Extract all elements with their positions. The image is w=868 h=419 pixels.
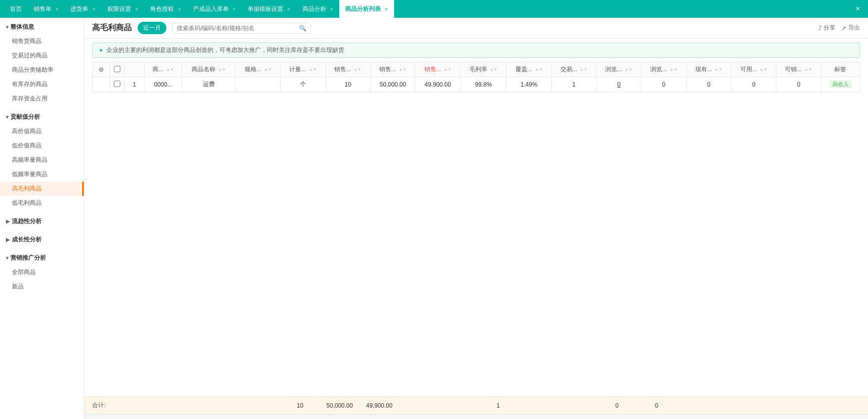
footer-placeholder2: [439, 402, 478, 409]
sidebar-item-low-freq[interactable]: 低频率量商品: [0, 167, 84, 182]
row-browse1-cell: 0: [597, 77, 642, 92]
footer-available: 0: [637, 402, 676, 409]
sort-sales-qty[interactable]: ▲▼: [354, 67, 361, 72]
growth-arrow-icon: ▶: [6, 237, 10, 242]
close-goods-list-tab[interactable]: ×: [385, 6, 388, 12]
col-sales-amount[interactable]: 销售... ▲▼: [370, 62, 415, 77]
row-num-cell: 1: [125, 77, 145, 92]
sidebar-item-high-value[interactable]: 高价值商品: [0, 124, 84, 139]
search-input[interactable]: [177, 25, 296, 32]
nav-tab-product-in[interactable]: 产成品入库单 ×: [187, 0, 242, 18]
row-coverage-cell: 1.49%: [507, 77, 552, 92]
col-settings[interactable]: ⚙: [93, 62, 110, 77]
sidebar-item-traded-goods[interactable]: 交易过的商品: [0, 48, 84, 63]
settings-gear-icon[interactable]: ⚙: [99, 66, 104, 73]
sidebar-item-new-goods[interactable]: 新品: [0, 279, 84, 294]
close-purchase-tab[interactable]: ×: [92, 6, 95, 12]
nav-tab-home[interactable]: 首页: [4, 0, 28, 18]
col-trade[interactable]: 交易... ▲▼: [552, 62, 597, 77]
sort-sales-amount[interactable]: ▲▼: [399, 67, 407, 72]
nav-tab-purchase[interactable]: 进货单 ×: [64, 0, 101, 18]
sort-coverage[interactable]: ▲▼: [535, 67, 543, 72]
close-goods-analysis-tab[interactable]: ×: [330, 6, 333, 12]
sidebar-item-high-margin[interactable]: 高毛利商品: [0, 182, 84, 196]
row-sales-cost-cell: 49,900.00: [415, 77, 460, 92]
sort-gross-rate[interactable]: ▲▼: [490, 67, 498, 72]
nav-tab-goods-analysis[interactable]: 商品分析 ×: [297, 0, 339, 18]
footer-sales-qty: 10: [280, 402, 320, 409]
close-sales-tab[interactable]: ×: [55, 6, 58, 12]
col-rownum: [125, 62, 145, 77]
sort-available[interactable]: ▲▼: [760, 67, 767, 72]
nav-tab-template[interactable]: 单据模板设置 ×: [242, 0, 296, 18]
sort-browse2[interactable]: ▲▼: [669, 67, 677, 72]
col-checkbox[interactable]: [110, 62, 125, 77]
row-checkbox-cell[interactable]: [110, 77, 125, 92]
sidebar-group-wealth: ▾ 贡献值分析 高价值商品 低价值商品 高频率量商品 低频率量商品 高毛利商品 …: [0, 108, 84, 212]
sidebar-item-low-margin[interactable]: 低毛利商品: [0, 196, 84, 210]
export-button[interactable]: ↗ 导出: [841, 24, 860, 32]
nav-tab-role[interactable]: 角色授权 ×: [144, 0, 187, 18]
export-icon: ↗: [841, 25, 846, 32]
close-all-tabs-button[interactable]: ×: [852, 4, 864, 13]
share-button[interactable]: ⤴ 分享: [818, 24, 835, 32]
close-product-in-tab[interactable]: ×: [233, 6, 236, 12]
horizontal-scrollbar[interactable]: [84, 414, 868, 419]
col-item-code[interactable]: 商... ▲▼: [145, 62, 182, 77]
marketing-arrow-icon: ▾: [6, 255, 8, 261]
row-checkbox[interactable]: [114, 81, 120, 87]
close-role-tab[interactable]: ×: [178, 6, 181, 12]
sort-item-code[interactable]: ▲▼: [166, 67, 174, 72]
col-browse2[interactable]: 浏览... ▲▼: [641, 62, 686, 77]
col-coverage[interactable]: 覆盖... ▲▼: [507, 62, 552, 77]
sidebar-item-all-goods[interactable]: 全部商品: [0, 265, 84, 279]
row-settings-cell: [93, 77, 110, 92]
sort-trade[interactable]: ▲▼: [580, 67, 588, 72]
select-all-checkbox[interactable]: [114, 66, 120, 72]
sidebar-group-overall: ▾ 整体信息 销售货商品 交易过的商品 商品分类辅助率 有库存的商品 库存资金占…: [0, 18, 84, 108]
sidebar-item-inventory-goods[interactable]: 有库存的商品: [0, 77, 84, 92]
nav-tab-permission[interactable]: 权限设置 ×: [102, 0, 144, 18]
col-tag[interactable]: 标签: [821, 62, 860, 77]
header-actions: ⤴ 分享 ↗ 导出: [818, 24, 860, 32]
sidebar-item-high-freq[interactable]: 高频率量商品: [0, 153, 84, 167]
close-permission-tab[interactable]: ×: [135, 6, 138, 12]
col-browse1[interactable]: 浏览... ▲▼: [597, 62, 642, 77]
sidebar-item-low-value[interactable]: 低价值商品: [0, 139, 84, 153]
nav-tab-goods-analysis-list[interactable]: 商品分析列表 ×: [339, 0, 394, 18]
sort-sales-cost[interactable]: ▲▼: [444, 67, 452, 72]
sort-item-name[interactable]: ▲▼: [218, 67, 226, 72]
col-available[interactable]: 可用... ▲▼: [731, 62, 776, 77]
sort-current[interactable]: ▲▼: [715, 67, 722, 72]
tag-badge: 高收入: [829, 80, 852, 88]
col-current[interactable]: 现有... ▲▼: [686, 62, 731, 77]
sidebar-item-sales-goods[interactable]: 销售货商品: [0, 34, 84, 48]
col-item-name[interactable]: 商品名称 ▲▼: [182, 62, 235, 77]
sort-browse1[interactable]: ▲▼: [625, 67, 633, 72]
col-unit[interactable]: 计量... ▲▼: [281, 62, 326, 77]
col-spec[interactable]: 规格... ▲▼: [236, 62, 281, 77]
col-gross-rate[interactable]: 毛利率 ▲▼: [460, 62, 507, 77]
sidebar-collapse-button[interactable]: «: [84, 209, 84, 229]
row-spec-cell: [236, 77, 281, 92]
filter-last-month-button[interactable]: 近一月: [138, 22, 166, 34]
sidebar-group-marketing-title[interactable]: ▾ 营销推广分析: [0, 251, 84, 265]
sidebar-group-growth-title[interactable]: ▶ 成长性分析: [0, 233, 84, 247]
col-sales-qty[interactable]: 销售... ▲▼: [325, 62, 370, 77]
search-icon[interactable]: 🔍: [299, 25, 306, 32]
overall-arrow-icon: ▾: [6, 24, 8, 30]
sort-saleable[interactable]: ▲▼: [805, 67, 813, 72]
row-saleable-cell: 0: [776, 77, 821, 92]
sidebar-group-trend-title[interactable]: ▶ 流趋性分析: [0, 214, 84, 229]
sort-spec[interactable]: ▲▼: [264, 67, 272, 72]
sidebar-group-overall-title[interactable]: ▾ 整体信息: [0, 20, 84, 34]
col-saleable[interactable]: 可销... ▲▼: [776, 62, 821, 77]
nav-tab-sales[interactable]: 销售单 ×: [28, 0, 64, 18]
row-browse2-cell: 0: [641, 77, 686, 92]
close-template-tab[interactable]: ×: [287, 6, 290, 12]
sort-unit[interactable]: ▲▼: [309, 67, 317, 72]
sidebar-item-inventory-capital[interactable]: 库存资金占用: [0, 92, 84, 106]
sidebar-item-split-assist[interactable]: 商品分类辅助率: [0, 63, 84, 77]
sidebar-group-wealth-title[interactable]: ▾ 贡献值分析: [0, 110, 84, 124]
col-sales-cost[interactable]: 销售... ▲▼: [415, 62, 460, 77]
